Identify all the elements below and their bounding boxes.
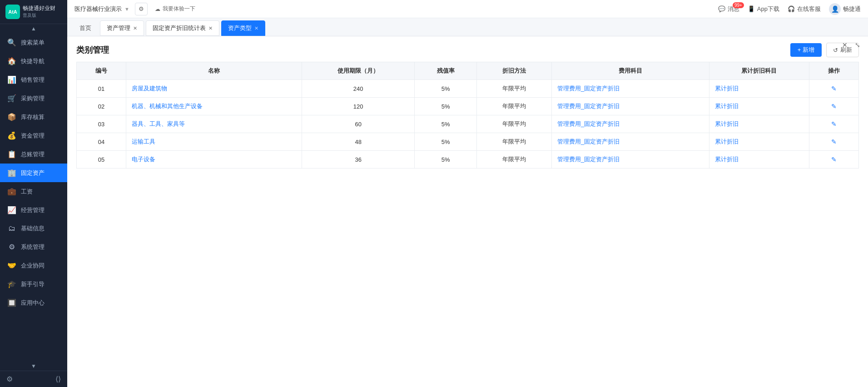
- edit-icon[interactable]: ✎: [831, 138, 837, 145]
- cell-residual: 5%: [415, 98, 477, 115]
- close-window-button[interactable]: ✕: [839, 39, 851, 51]
- tab-home-label: 首页: [79, 24, 91, 32]
- sidebar-item-inventory[interactable]: 📦 库存核算: [0, 108, 67, 126]
- sidebar-item-label: 搜索菜单: [21, 39, 45, 47]
- table-row: 05 电子设备 36 5% 年限平均 管理费用_固定资产折旧 累计折旧 ✎: [77, 151, 859, 169]
- message-button[interactable]: 💬 消息 99+: [718, 5, 739, 13]
- cell-action[interactable]: ✎: [809, 98, 858, 115]
- cell-residual: 5%: [415, 80, 477, 98]
- user-name: 畅捷通: [843, 5, 861, 13]
- user-menu[interactable]: 👤 畅捷通: [829, 3, 861, 15]
- cell-residual: 5%: [415, 151, 477, 169]
- category-table: 编号 名称 使用期限（月） 残值率 折旧方法 费用科目 累计折旧科目 操作 01…: [76, 62, 859, 169]
- sidebar-item-label: 库存核算: [21, 113, 45, 121]
- edit-icon[interactable]: ✎: [831, 156, 837, 163]
- tab-asset-management[interactable]: 资产管理 ✕: [100, 20, 144, 36]
- sidebar-item-fixed-assets[interactable]: 🏢 固定资产: [0, 164, 67, 182]
- scroll-up-arrow[interactable]: ▲: [0, 24, 67, 33]
- sidebar-item-finance[interactable]: 💰 资金管理: [0, 126, 67, 145]
- cell-expense: 管理费用_固定资产折旧: [551, 98, 709, 115]
- sidebar-item-label: 采购管理: [21, 94, 45, 103]
- cell-method: 年限平均: [477, 133, 552, 151]
- chart-icon: 📊: [7, 75, 16, 84]
- cell-residual: 5%: [415, 115, 477, 133]
- edit-icon[interactable]: ✎: [831, 85, 837, 92]
- sidebar-item-basic-info[interactable]: 🗂 基础信息: [0, 219, 67, 238]
- table-row: 01 房屋及建筑物 240 5% 年限平均 管理费用_固定资产折旧 累计折旧 ✎: [77, 80, 859, 98]
- new-button[interactable]: + 新增: [790, 43, 822, 57]
- cell-code: 01: [77, 80, 126, 98]
- cell-code: 04: [77, 133, 126, 151]
- settings-footer-icon[interactable]: ⚙: [6, 375, 13, 383]
- logo-icon: AtA: [5, 5, 20, 19]
- sidebar-item-label: 固定资产: [21, 169, 45, 177]
- tab-fixed-asset-report[interactable]: 固定资产折旧统计表 ✕: [146, 20, 219, 36]
- cell-period: 48: [302, 133, 415, 151]
- sidebar-item-label: 总账管理: [21, 150, 45, 159]
- sidebar-item-ledger[interactable]: 📋 总账管理: [0, 145, 67, 164]
- tab-asset-type[interactable]: 资产类型 ✕: [221, 20, 265, 36]
- avatar: 👤: [829, 3, 841, 15]
- cell-expense: 管理费用_固定资产折旧: [551, 80, 709, 98]
- col-code: 编号: [77, 62, 126, 80]
- cell-residual: 5%: [415, 133, 477, 151]
- message-badge: 99+: [733, 2, 744, 8]
- tab-home[interactable]: 首页: [73, 20, 98, 36]
- topbar: 医疗器械行业演示 ▼ ⚙ ☁ 我要体验一下 💬 消息 99+ 📱 App下载 🎧…: [67, 0, 868, 18]
- cell-action[interactable]: ✎: [809, 115, 858, 133]
- sidebar-item-label: 企业协同: [21, 262, 45, 270]
- app-download-button[interactable]: 📱 App下载: [748, 5, 779, 13]
- table-body: 01 房屋及建筑物 240 5% 年限平均 管理费用_固定资产折旧 累计折旧 ✎…: [77, 80, 859, 169]
- edit-icon[interactable]: ✎: [831, 103, 837, 110]
- cell-name: 运输工具: [126, 133, 302, 151]
- sidebar-item-sales[interactable]: 📊 销售管理: [0, 70, 67, 89]
- expand-window-button[interactable]: ⤡: [852, 39, 863, 51]
- tab-fixed-asset-report-label: 固定资产折旧统计表: [153, 24, 206, 32]
- table-row: 03 器具、工具、家具等 60 5% 年限平均 管理费用_固定资产折旧 累计折旧…: [77, 115, 859, 133]
- sidebar-item-label: 基础信息: [21, 224, 45, 233]
- edit-icon[interactable]: ✎: [831, 120, 837, 128]
- cell-accumulated: 累计折旧: [709, 133, 809, 151]
- sidebar-item-label: 快捷导航: [21, 57, 45, 65]
- col-operations: 操作: [809, 62, 858, 80]
- sidebar-item-enterprise[interactable]: 🤝 企业协同: [0, 256, 67, 275]
- cell-action[interactable]: ✎: [809, 80, 858, 98]
- tab-asset-management-label: 资产管理: [107, 24, 130, 32]
- cell-accumulated: 累计折旧: [709, 151, 809, 169]
- cell-action[interactable]: ✎: [809, 151, 858, 169]
- cell-action[interactable]: ✎: [809, 133, 858, 151]
- sidebar-item-app-center[interactable]: 🔲 应用中心: [0, 293, 67, 312]
- company-selector[interactable]: 医疗器械行业演示 ▼: [74, 5, 129, 13]
- experience-button[interactable]: ☁ 我要体验一下: [155, 5, 195, 13]
- cell-code: 03: [77, 115, 126, 133]
- tab-fixed-asset-report-close[interactable]: ✕: [208, 25, 213, 31]
- sidebar-item-operations[interactable]: 📈 经营管理: [0, 201, 67, 219]
- topbar-settings-button[interactable]: ⚙: [135, 3, 148, 15]
- sidebar-item-label: 资金管理: [21, 132, 45, 140]
- sidebar-nav: 🔍 搜索菜单 🏠 快捷导航 📊 销售管理 🛒 采购管理 📦 库存核算 💰 资金管…: [0, 33, 67, 362]
- customer-service-button[interactable]: 🎧 在线客服: [788, 5, 821, 13]
- building-icon: 🏢: [7, 169, 16, 177]
- cell-name: 器具、工具、家具等: [126, 115, 302, 133]
- sidebar-item-purchase[interactable]: 🛒 采购管理: [0, 89, 67, 108]
- sidebar-item-search[interactable]: 🔍 搜索菜单: [0, 33, 67, 52]
- tab-asset-management-close[interactable]: ✕: [133, 25, 137, 31]
- col-period: 使用期限（月）: [302, 62, 415, 80]
- sidebar-item-guide[interactable]: 🎓 新手引导: [0, 275, 67, 293]
- tab-asset-type-close[interactable]: ✕: [254, 25, 258, 31]
- sidebar-item-system[interactable]: ⚙ 系统管理: [0, 238, 67, 256]
- customer-service-label: 在线客服: [797, 5, 821, 13]
- cell-code: 05: [77, 151, 126, 169]
- sidebar-footer: ⚙ ⟨⟩: [0, 371, 67, 387]
- scroll-down-arrow[interactable]: ▼: [0, 362, 67, 371]
- gear-icon: ⚙: [7, 243, 16, 251]
- message-icon: 💬: [718, 5, 725, 12]
- cell-name: 房屋及建筑物: [126, 80, 302, 98]
- cell-method: 年限平均: [477, 98, 552, 115]
- sidebar-item-payroll[interactable]: 💼 工资: [0, 182, 67, 201]
- collapse-icon[interactable]: ⟨⟩: [55, 375, 61, 383]
- cell-accumulated: 累计折旧: [709, 115, 809, 133]
- payroll-icon: 💼: [7, 187, 16, 196]
- logo-sub: 普及版: [23, 12, 55, 19]
- sidebar-item-quick-nav[interactable]: 🏠 快捷导航: [0, 52, 67, 70]
